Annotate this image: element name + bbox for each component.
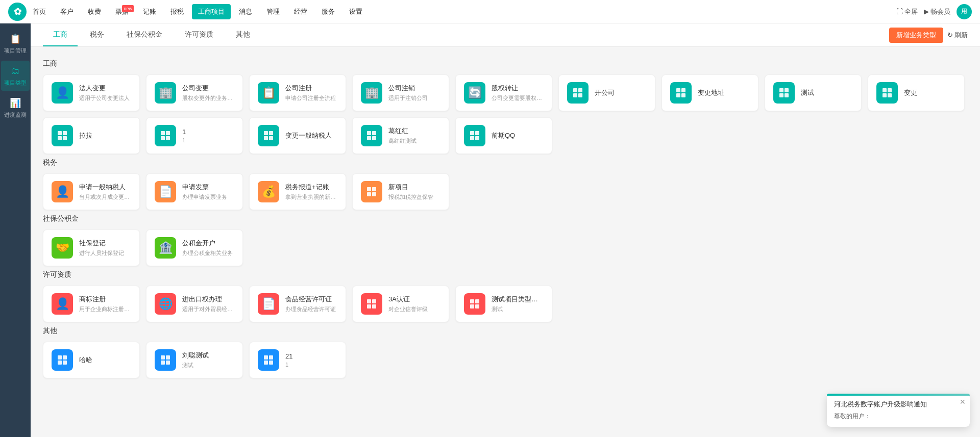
nav-item-报税[interactable]: 报税 xyxy=(164,4,190,19)
sidebar-item-项目管理[interactable]: 📋 项目管理 xyxy=(1,29,30,59)
nav-item-客户[interactable]: 客户 xyxy=(54,4,80,19)
card-变更地址[interactable]: 变更地址 xyxy=(662,74,758,111)
svg-rect-14 xyxy=(883,93,887,97)
card-desc: 拿到营业执照的新公司 xyxy=(285,193,337,201)
card-变更一般纳税人[interactable]: 变更一般纳税人 xyxy=(249,117,346,154)
sidebar-item-label: 项目管理 xyxy=(4,47,27,55)
section-title-税务: 税务 xyxy=(43,158,968,167)
card-进出口权办理[interactable]: 🌐进出口权办理适用于对外贸易经营者 xyxy=(146,286,243,322)
svg-rect-17 xyxy=(63,131,67,135)
fullscreen-button[interactable]: ⛶ 全屏 xyxy=(896,7,918,16)
svg-rect-19 xyxy=(63,136,67,140)
sub-tab-许可资质[interactable]: 许可资质 xyxy=(175,24,224,46)
avatar[interactable]: 用 xyxy=(957,4,972,19)
card-icon xyxy=(464,293,485,315)
svg-rect-5 xyxy=(681,88,685,92)
sub-tab-工商[interactable]: 工商 xyxy=(43,24,78,46)
card-公积金开户[interactable]: 🏦公积金开户办理公积金相关业务 xyxy=(146,229,243,266)
nav-item-首页[interactable]: 首页 xyxy=(27,4,52,19)
card-商标注册[interactable]: 👤商标注册用于企业商标注册服务 xyxy=(43,286,140,322)
svg-rect-39 xyxy=(372,192,376,196)
svg-rect-34 xyxy=(470,136,474,140)
card-测试项目类型目定义[interactable]: 测试项目类型目定义测试 xyxy=(455,286,552,322)
card-desc: 葛红红测试 xyxy=(388,137,440,145)
card-测试[interactable]: 测试 xyxy=(765,74,862,111)
nav-item-服务[interactable]: 服务 xyxy=(315,4,341,19)
card-公司变更[interactable]: 🏢公司变更股权变更外的业务变更 xyxy=(146,74,243,111)
card-公司注册[interactable]: 📋公司注册申请公司注册全流程 xyxy=(249,74,346,111)
card-申请发票[interactable]: 📄申请发票办理申请发票业务 xyxy=(146,173,243,210)
card-刘聪测试[interactable]: 刘聪测试测试 xyxy=(146,342,243,378)
nav-item-工商项目[interactable]: 工商项目 xyxy=(192,4,231,19)
card-税务报道+记账[interactable]: 💰税务报道+记账拿到营业执照的新公司 xyxy=(249,173,346,210)
nav-items: 首页客户收费票据new记账报税工商项目消息管理经营服务设置 xyxy=(27,4,896,19)
card-公司注销[interactable]: 🏢公司注销适用于注销公司 xyxy=(352,74,449,111)
svg-rect-40 xyxy=(367,299,371,303)
card-21[interactable]: 211 xyxy=(249,342,346,378)
card-哈哈[interactable]: 哈哈 xyxy=(43,342,140,378)
card-食品经营许可证[interactable]: 📄食品经营许可证办理食品经营许可证 xyxy=(249,286,346,322)
svg-rect-2 xyxy=(573,93,577,97)
card-title: 变更一般纳税人 xyxy=(285,131,337,140)
nav-item-设置[interactable]: 设置 xyxy=(343,4,369,19)
card-info: 哈哈 xyxy=(79,355,131,365)
svg-rect-50 xyxy=(58,361,62,365)
card-title: 葛红红 xyxy=(388,126,440,136)
logo[interactable]: ✿ xyxy=(8,3,27,21)
sub-tab-其他[interactable]: 其他 xyxy=(226,24,260,46)
card-社保登记[interactable]: 🤝社保登记进行人员社保登记 xyxy=(43,229,140,266)
card-变更[interactable]: 变更 xyxy=(868,74,965,111)
card-desc: 对企业信誉评级 xyxy=(388,305,440,313)
svg-rect-58 xyxy=(264,361,268,365)
sidebar-item-进度监测[interactable]: 📊 进度监测 xyxy=(1,93,30,123)
card-desc: 办理公积金相关业务 xyxy=(182,249,234,257)
refresh-icon: ↻ xyxy=(947,31,953,39)
card-info: 公司注销适用于注销公司 xyxy=(388,84,440,102)
sidebar-item-项目类型[interactable]: 🗂 项目类型 xyxy=(1,61,30,91)
card-desc: 适用于注销公司 xyxy=(388,94,440,102)
sidebar-icon: 📋 xyxy=(9,33,21,45)
card-法人变更[interactable]: 👤法人变更适用于公司变更法人 xyxy=(43,74,140,111)
card-拉拉[interactable]: 拉拉 xyxy=(43,117,140,154)
refresh-button[interactable]: ↻ 刷新 xyxy=(947,31,968,40)
card-desc: 当月或次月成变更完成 xyxy=(79,193,131,201)
card-葛红红[interactable]: 葛红红葛红红测试 xyxy=(352,117,449,154)
card-info: 公司变更股权变更外的业务变更 xyxy=(182,84,234,102)
member-button[interactable]: ▶ 畅会员 xyxy=(924,7,950,16)
new-type-button[interactable]: 新增业务类型 xyxy=(889,28,943,43)
nav-item-经营[interactable]: 经营 xyxy=(288,4,313,19)
card-desc: 办理食品经营许可证 xyxy=(285,305,337,313)
card-icon: 👤 xyxy=(52,82,73,104)
card-icon xyxy=(52,349,73,371)
card-icon xyxy=(361,293,382,315)
sub-tab-社保公积金[interactable]: 社保公积金 xyxy=(116,24,173,46)
sidebar-item-label: 进度监测 xyxy=(4,111,27,119)
section-title-社保公积金: 社保公积金 xyxy=(43,214,968,223)
card-desc: 申请公司注册全流程 xyxy=(285,94,337,102)
card-3A认证[interactable]: 3A认证对企业信誉评级 xyxy=(352,286,449,322)
svg-rect-15 xyxy=(888,93,892,97)
notification-header-bar xyxy=(827,394,970,396)
card-title: 申请发票 xyxy=(182,183,234,192)
sub-tab-税务[interactable]: 税务 xyxy=(80,24,114,46)
svg-rect-16 xyxy=(58,131,62,135)
nav-item-收费[interactable]: 收费 xyxy=(82,4,107,19)
notification-close-button[interactable]: ✕ xyxy=(960,398,966,406)
nav-item-记账[interactable]: 记账 xyxy=(137,4,162,19)
svg-rect-12 xyxy=(883,88,887,92)
card-title: 进出口权办理 xyxy=(182,295,234,304)
card-info: 刘聪测试测试 xyxy=(182,351,234,369)
card-1[interactable]: 11 xyxy=(146,117,243,154)
nav-item-票据[interactable]: 票据new xyxy=(109,4,135,19)
card-开公司[interactable]: 开公司 xyxy=(558,74,655,111)
card-info: 法人变更适用于公司变更法人 xyxy=(79,84,131,102)
card-新项目[interactable]: 新项目报税加税控盘保管 xyxy=(352,173,449,210)
card-icon xyxy=(670,82,692,104)
content-area: 工商👤法人变更适用于公司变更法人🏢公司变更股权变更外的业务变更📋公司注册申请公司… xyxy=(31,47,980,391)
nav-item-管理[interactable]: 管理 xyxy=(260,4,286,19)
svg-rect-8 xyxy=(779,88,783,92)
card-申请一般纳税人[interactable]: 👤申请一般纳税人当月或次月成变更完成 xyxy=(43,173,140,210)
nav-item-消息[interactable]: 消息 xyxy=(233,4,258,19)
card-股权转让[interactable]: 🔄股权转让公司变更需要股权转让 xyxy=(455,74,552,111)
card-前期QQ[interactable]: 前期QQ xyxy=(455,117,552,154)
